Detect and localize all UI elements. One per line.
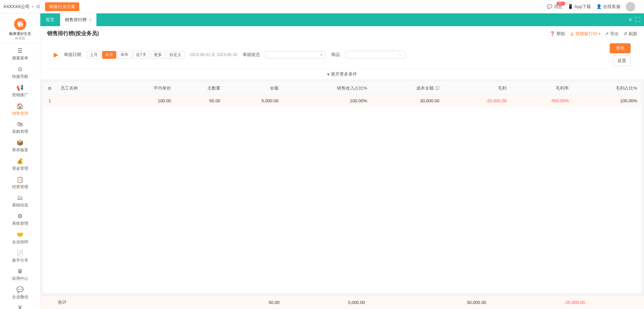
date-buttons: 上月 本月 本年 近7天 更多 自定义 [87,51,184,59]
settings-icon[interactable]: ⚙ [36,4,40,10]
sidebar-item-purchase[interactable]: 🛍 采购管理 [0,118,40,137]
sales-table: ⚙ 员工名称 平均单价 主数量 全额 销售收入占比% 成本全额 ⓘ 毛利 毛利率… [43,82,641,107]
sidebar-item-guide[interactable]: 📄 新手引导 [0,247,40,265]
total-gross-pct [616,296,644,309]
system-icon: ⚙ [17,213,23,220]
content-area: 首页 销售排行榜 × × ⛶ 销售排行榜(按业务员) ❓ 帮助 [40,13,644,309]
expand-more-button[interactable]: ▾ 展开更多条件 [327,71,357,77]
date-btn-last-month[interactable]: 上月 [87,51,101,59]
quick-icon: ⊙ [18,66,23,73]
sidebar-item-basic[interactable]: 🗂 基础信息 [0,192,40,210]
page-title: 销售排行榜(按业务员) [47,30,99,37]
total-main-qty: 50.00 [219,296,284,309]
col-name: 员工名称 [56,82,116,95]
filter-row: ▶ 单据日期 上月 本月 本年 近7天 更多 自定义 2023-06-01 至 … [47,41,637,69]
total-label: 合计 [54,296,191,309]
sidebar-logo: 畅 畅康通好生意 标准版 [0,15,40,43]
online-service-button[interactable]: 👤 在线客服 [596,4,620,10]
status-select[interactable]: ▾ [265,51,326,58]
sales-icon: 🏠 [16,103,24,110]
query-button[interactable]: 查询 [610,43,631,53]
tab-close-icon[interactable]: × [89,17,92,22]
window-expand-icon[interactable]: ⛶ [635,17,641,23]
print-icon: 🖨 [570,31,574,36]
refresh-button[interactable]: ↺ 刷新 [624,31,637,37]
row-cost-amount: 30,000.00 [371,95,443,107]
company-name: XXXXXX公司 [3,4,30,10]
sidebar-item-member[interactable]: V 畅会员 [0,302,40,309]
date-btn-custom[interactable]: 自定义 [166,51,184,59]
export-button[interactable]: ↗ 导出 [605,31,619,37]
page-header-actions: ❓ 帮助 🖨 按模板打印 ▾ ↗ 导出 ↺ [550,31,637,37]
col-settings[interactable]: ⚙ [43,82,56,95]
footer-total: 合计 50.00 5,000.00 30,000.00 -25,000.00 [40,296,644,309]
date-range: 2023-06-01 至 2023-06-30 [190,52,237,58]
template-print-button[interactable]: 🖨 按模板打印 ▾ [570,31,600,37]
logo-text: 畅康通好生意 标准版 [9,31,31,40]
row-name [56,95,116,107]
print-chevron-icon: ▾ [599,32,600,36]
date-btn-7days[interactable]: 近7天 [133,51,149,59]
finance-icon: 💰 [16,158,24,165]
sidebar-item-finance[interactable]: 💰 资金管理 [0,155,40,173]
apps-icon: 🖥 [17,268,23,275]
setting-button[interactable]: 设置 [613,55,631,66]
help-icon: ❓ [550,31,555,36]
operation-icon: 📋 [16,176,24,183]
status-select-chevron-icon: ▾ [320,53,322,57]
message-badge: 99+ [557,2,565,5]
sidebar-item-enterprise[interactable]: 🤝 企业协同 [0,228,40,247]
date-btn-this-year[interactable]: 本年 [118,51,132,59]
sidebar-item-apps[interactable]: 🖥 应用中心 [0,265,40,284]
export-icon: ↗ [605,31,609,36]
top-bar-right: 💬 消息 99+ 📱 App下载 👤 在线客服 [547,2,641,11]
sidebar-item-system[interactable]: ⚙ 系统管理 [0,210,40,228]
sidebar: 畅 畅康通好生意 标准版 ☰ 搜索菜单 ⊙ 快捷导航 📢 营销推广 🏠 销售管理… [0,13,40,309]
col-cost-amount: 成本全额 ⓘ [371,82,443,95]
company-selector[interactable]: XXXXXX公司 ▾ [3,4,33,10]
search-icon: ☰ [17,47,23,54]
row-main-qty: 50.00 [175,95,224,107]
message-button[interactable]: 💬 消息 99+ [547,4,562,10]
page-content: 销售排行榜(按业务员) ❓ 帮助 🖨 按模板打印 ▾ ↗ [40,26,644,309]
message-icon: 💬 [547,4,552,9]
row-gross-profit: -25,000.00 [443,95,511,107]
table-row: 1 100.00 50.00 5,000.00 100.00% 30,000.0… [43,95,641,107]
tab-sales-ranking[interactable]: 销售排行榜 × [60,13,96,26]
goods-input[interactable]: ··· [345,51,406,59]
app-download-button[interactable]: 📱 App下载 [568,4,591,10]
row-gross-margin: -500.00% [511,95,573,107]
sidebar-item-wechat[interactable]: 💬 企业微信 [0,284,40,302]
page-header: 销售排行榜(按业务员) ❓ 帮助 🖨 按模板打印 ▾ ↗ [40,26,644,79]
col-gross-profit: 毛利 [443,82,511,95]
sidebar-item-inventory[interactable]: 📦 库存核算 [0,137,40,155]
logo-icon: 畅 [14,18,26,30]
service-icon: 👤 [596,4,602,9]
help-button[interactable]: ❓ 帮助 [550,31,565,37]
goods-label: 商品 [331,52,340,58]
window-close-icon[interactable]: × [629,17,632,23]
tab-home[interactable]: 首页 [40,13,60,26]
basic-icon: 🗂 [17,195,23,201]
goods-more-icon[interactable]: ··· [399,52,402,57]
filter-collapse-icon[interactable]: ▶ [54,51,58,58]
tab-bar: 首页 销售排行榜 × × ⛶ [40,13,644,26]
app-label: App下载 [574,4,591,10]
table-wrapper: ⚙ 员工名称 平均单价 主数量 全额 销售收入占比% 成本全额 ⓘ 毛利 毛利率… [43,82,641,293]
total-gross-profit: -25,000.00 [490,296,589,309]
avatar[interactable] [626,2,635,11]
sidebar-item-marketing[interactable]: 📢 营销推广 [0,82,40,100]
sidebar-item-quick[interactable]: ⊙ 快捷导航 [0,63,40,82]
total-cost-amount: 30,000.00 [396,296,490,309]
sidebar-item-search[interactable]: ☰ 搜索菜单 [0,45,40,63]
date-btn-this-month[interactable]: 本月 [102,51,116,59]
total-gross-margin [589,296,616,309]
inventory-icon: 📦 [16,139,24,146]
total-empty [40,296,54,309]
total-avg-price [191,296,219,309]
trial-button[interactable]: 体验行业方案 [45,2,79,11]
sidebar-item-operation[interactable]: 📋 经营管理 [0,173,40,192]
row-sales-pct: 100.00% [283,95,371,107]
sidebar-item-sales[interactable]: 🏠 销售管理 [0,100,40,118]
date-btn-more[interactable]: 更多 [151,51,165,59]
